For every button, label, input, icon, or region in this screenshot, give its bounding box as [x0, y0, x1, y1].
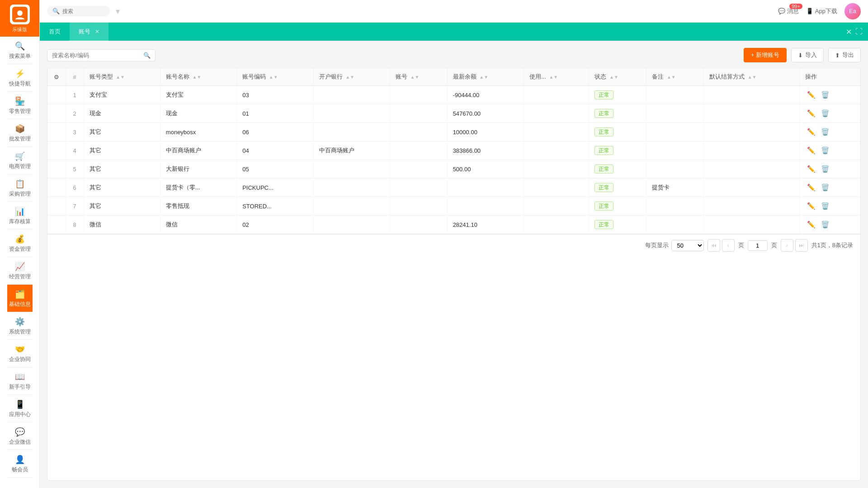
sidebar-item-basic-info[interactable]: 🗂️基础信息 [7, 285, 33, 312]
sidebar-item-wholesale-mgmt[interactable]: 📦批发管理 [7, 119, 33, 147]
col-remark[interactable]: 备注 ▲▼ [646, 68, 704, 86]
delete-button[interactable]: 🗑️ [819, 201, 831, 211]
pagination: 每页显示 50 20 100 ⏮ ‹ 页 页 › ⏭ 共1页，8条记录 [47, 234, 860, 256]
row-default-settlement [704, 178, 800, 197]
topbar-right: 💬 消息 99+ 📱 App下载 Ea [778, 3, 861, 19]
next-page-button[interactable]: › [781, 239, 793, 252]
sidebar-item-member[interactable]: 👤畅会员 [7, 450, 33, 478]
col-account-name[interactable]: 账号名称 ▲▼ [160, 68, 236, 86]
row-usage [524, 104, 589, 123]
search-input[interactable] [52, 52, 141, 59]
col-account[interactable]: 账号 ▲▼ [390, 68, 447, 86]
row-remark [646, 86, 704, 104]
export-button[interactable]: ⬆ 导出 [828, 48, 861, 62]
delete-button[interactable]: 🗑️ [819, 145, 831, 155]
sidebar-item-finance-mgmt[interactable]: 💰资金管理 [7, 230, 33, 257]
purchase-mgmt-icon: 📋 [15, 179, 25, 189]
sidebar-item-quick-nav[interactable]: ⚡快捷导航 [7, 64, 33, 92]
search-input-wrap[interactable]: 🔍 [47, 49, 156, 61]
prev-page-button[interactable]: ‹ [722, 239, 735, 252]
sidebar-item-ecommerce-mgmt[interactable]: 🛒电商管理 [7, 147, 33, 174]
import-button[interactable]: ⬇ 导入 [791, 48, 824, 62]
sidebar-item-inventory[interactable]: 📊库存核算 [7, 202, 33, 230]
col-default-settlement[interactable]: 默认结算方式 ▲▼ [704, 68, 800, 86]
col-index: # [66, 68, 84, 86]
col-account-code[interactable]: 账号编码 ▲▼ [237, 68, 313, 86]
row-usage [524, 141, 589, 160]
edit-button[interactable]: ✏️ [805, 108, 817, 118]
close-tab-icon[interactable]: ✕ [846, 28, 852, 36]
edit-button[interactable]: ✏️ [805, 127, 817, 137]
edit-button[interactable]: ✏️ [805, 90, 817, 100]
sidebar-item-enterprise-wechat[interactable]: 💬企业微信 [7, 422, 33, 450]
sidebar-item-business-mgmt[interactable]: 📈经营管理 [7, 257, 33, 285]
app-download-button[interactable]: 📱 App下载 [806, 7, 837, 15]
row-usage [524, 197, 589, 216]
topbar-left: 🔍 ▾ [47, 6, 120, 16]
edit-button[interactable]: ✏️ [805, 220, 817, 230]
topbar-search-input[interactable] [62, 8, 108, 14]
add-account-button[interactable]: + 新增账号 [744, 48, 787, 62]
notification-button[interactable]: 💬 消息 99+ [778, 7, 799, 15]
sidebar-item-beginner-guide[interactable]: 📖新手引导 [7, 367, 33, 395]
per-page-select[interactable]: 50 20 100 [671, 240, 704, 251]
edit-button[interactable]: ✏️ [805, 145, 817, 155]
col-status[interactable]: 状态 ▲▼ [589, 68, 646, 86]
row-default-settlement [704, 104, 800, 123]
col-open-bank[interactable]: 开户银行 ▲▼ [313, 68, 390, 86]
last-page-button[interactable]: ⏭ [795, 239, 808, 252]
delete-button[interactable]: 🗑️ [819, 164, 831, 174]
col-latest-balance[interactable]: 最新余额 ▲▼ [447, 68, 524, 86]
business-mgmt-icon: 📈 [15, 262, 25, 272]
sidebar-item-enterprise-agreement[interactable]: 🤝企业协同 [7, 340, 33, 367]
row-remark: 提货卡 [646, 178, 704, 197]
row-index: 5 [66, 160, 84, 178]
col-account-type[interactable]: 账号类型 ▲▼ [84, 68, 160, 86]
sidebar-item-search-menu[interactable]: 🔍搜索菜单 [7, 37, 33, 64]
row-index: 4 [66, 141, 84, 160]
row-action: ✏️ 🗑️ [799, 141, 860, 160]
row-status: 正常 [589, 86, 646, 104]
first-page-button[interactable]: ⏮ [708, 239, 720, 252]
row-account-name: 现金 [160, 104, 236, 123]
avatar[interactable]: Ea [844, 3, 861, 19]
sidebar-item-app-center[interactable]: 📱应用中心 [7, 395, 33, 422]
col-gear[interactable]: ⚙ [47, 68, 66, 86]
row-default-settlement [704, 216, 800, 234]
edit-button[interactable]: ✏️ [805, 164, 817, 174]
dropdown-icon[interactable]: ▾ [116, 6, 120, 16]
tab-home[interactable]: 首页 [40, 23, 70, 41]
row-default-settlement [704, 123, 800, 141]
sidebar-item-system-mgmt[interactable]: ⚙️系统管理 [7, 312, 33, 340]
row-open-bank [313, 104, 390, 123]
row-status: 正常 [589, 141, 646, 160]
topbar: 🔍 ▾ 💬 消息 99+ 📱 App下载 Ea [40, 0, 868, 23]
row-account-code: 05 [237, 160, 313, 178]
page-input[interactable] [748, 240, 768, 251]
row-latest-balance: 547670.00 [447, 104, 524, 123]
tab-account-close[interactable]: ✕ [95, 28, 99, 35]
edit-button[interactable]: ✏️ [805, 183, 817, 192]
delete-button[interactable]: 🗑️ [819, 220, 831, 230]
edit-button[interactable]: ✏️ [805, 201, 817, 211]
expand-icon[interactable]: ⛶ [855, 28, 863, 36]
sidebar-item-purchase-mgmt[interactable]: 📋采购管理 [7, 174, 33, 202]
delete-button[interactable]: 🗑️ [819, 90, 831, 100]
enterprise-agreement-icon: 🤝 [15, 344, 25, 354]
topbar-search[interactable]: 🔍 [47, 6, 110, 16]
row-account-code: 01 [237, 104, 313, 123]
delete-button[interactable]: 🗑️ [819, 108, 831, 118]
row-account-code: STORED... [237, 197, 313, 216]
row-latest-balance: 500.00 [447, 160, 524, 178]
sidebar-item-retail-mgmt[interactable]: 🏪零售管理 [7, 92, 33, 119]
row-status: 正常 [589, 216, 646, 234]
row-status: 正常 [589, 160, 646, 178]
tab-account[interactable]: 账号✕ [70, 23, 108, 41]
delete-button[interactable]: 🗑️ [819, 183, 831, 192]
delete-button[interactable]: 🗑️ [819, 127, 831, 137]
row-index: 6 [66, 178, 84, 197]
row-status: 正常 [589, 123, 646, 141]
col-usage[interactable]: 使用... ▲▼ [524, 68, 589, 86]
beginner-guide-label: 新手引导 [9, 383, 31, 391]
row-latest-balance: -90444.00 [447, 86, 524, 104]
